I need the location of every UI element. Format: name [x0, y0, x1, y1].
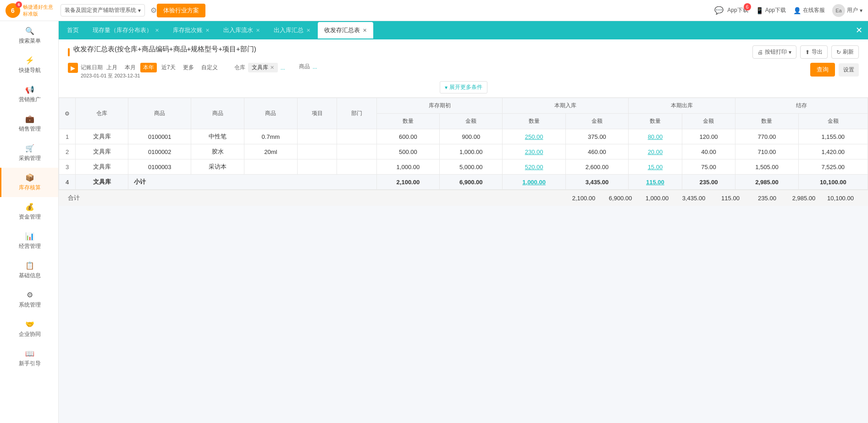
date-btn-this-year[interactable]: 本年 [140, 63, 157, 72]
export-button[interactable]: ⬆ 导出 [800, 45, 828, 59]
tab-close-inout-flow[interactable]: ✕ [256, 27, 260, 33]
total-bar: 合计 2,100.00 6,900.00 1,000.00 3,435.00 1… [59, 190, 868, 206]
sidebar-item-purchase[interactable]: 🛒 采购管理 [0, 138, 58, 168]
row2-opening-amt: 1,000.00 [440, 144, 503, 159]
table-row: 2 文具库 0100002 胶水 20ml 500.00 1,000.00 [59, 144, 868, 159]
col-goods-spec-header: 商品 [244, 98, 298, 129]
base-icon: 📋 [25, 261, 34, 270]
col-balance-amt-header: 金额 [798, 114, 868, 129]
row2-in-amt: 460.00 [565, 144, 628, 159]
print-button[interactable]: 🖨 按钮打印 ▾ [752, 45, 796, 59]
subtotal-out-qty[interactable]: 115.00 [629, 175, 682, 190]
phone-icon: 📱 [756, 7, 763, 14]
tab-inout-summary[interactable]: 出入库汇总 ✕ [267, 22, 317, 38]
row1-warehouse: 文具库 [76, 129, 128, 144]
sidebar-item-system[interactable]: ⚙ 系统管理 [0, 285, 58, 314]
sidebar-item-marketing[interactable]: 📢 营销推广 [0, 80, 58, 109]
sidebar: 🔍 搜索菜单 ⚡ 快捷导航 📢 营销推广 💼 销售管理 🛒 采购管理 📦 [0, 21, 59, 423]
search-icon: 🔍 [25, 27, 34, 35]
subtotal-balance-amt: 10,100.00 [798, 175, 868, 190]
date-btn-more[interactable]: 更多 [180, 63, 197, 72]
date-btn-last-month[interactable]: 上月 [104, 63, 120, 72]
sidebar-item-sales[interactable]: 💼 销售管理 [0, 109, 58, 138]
query-button[interactable]: 查询 [810, 63, 835, 77]
row2-out-qty[interactable]: 20.00 [629, 144, 682, 159]
table-row: 3 文具库 0100003 采访本 1,000.00 5,000.00 [59, 159, 868, 175]
tab-bar-close[interactable]: ✕ [852, 25, 866, 35]
date-btn-custom[interactable]: 自定义 [199, 63, 221, 72]
warehouse-tag-close[interactable]: ✕ [270, 65, 274, 71]
table-container: ⚙ 仓库 商品 商品 商品 项目 部门 库存期初 本期入库 本期出库 [59, 98, 868, 190]
page-header: 收发存汇总表(按仓库+商品编码+商品+规格型号+项目+部门) 🖨 按钮打印 ▾ … [59, 39, 868, 98]
subtotal-in-qty[interactable]: 1,000.00 [503, 175, 565, 190]
filter-date-section: 记账日期 上月 本月 本年 近7天 更多 自定义 [81, 63, 221, 79]
settings-gear[interactable]: ⚙ [150, 6, 157, 15]
tab-inout-flow[interactable]: 出入库流水 ✕ [217, 22, 266, 38]
total-out-amt: 235.00 [749, 195, 785, 202]
goods-filter: 商品 ... [299, 63, 317, 71]
row1-out-qty[interactable]: 80.00 [629, 129, 682, 144]
sys-selector[interactable]: 装备及固定资产辅助管理系统 ▾ [61, 4, 145, 16]
expand-more-conditions[interactable]: ▾ 展开更多条件 [440, 81, 487, 93]
goods-more-btn[interactable]: ... [313, 64, 317, 70]
sidebar-item-finance[interactable]: 💰 资金管理 [0, 197, 58, 226]
filter-toggle-button[interactable]: ▶ [68, 63, 78, 73]
purchase-icon: 🛒 [25, 144, 34, 153]
app-download-item[interactable]: 📱 App下载 [756, 6, 786, 14]
row3-out-qty[interactable]: 15.00 [629, 159, 682, 175]
refresh-button[interactable]: ↻ 刷新 [831, 45, 859, 59]
row3-project [298, 159, 337, 175]
sidebar-item-quick[interactable]: ⚡ 快捷导航 [0, 50, 58, 80]
row2-warehouse: 文具库 [76, 144, 128, 159]
col-settings-header[interactable]: ⚙ [59, 98, 76, 129]
warehouse-more-btn[interactable]: ... [281, 65, 285, 71]
tab-stock-dist[interactable]: 现存量（库存分布表） ✕ [86, 22, 166, 38]
tab-recv-send[interactable]: 收发存汇总表 ✕ [318, 22, 373, 38]
row3-balance-qty: 1,505.00 [735, 159, 798, 175]
user-item[interactable]: Ea 用户 ▾ [832, 4, 862, 17]
sidebar-item-operations[interactable]: 📊 经营管理 [0, 226, 58, 256]
row3-in-qty[interactable]: 520.00 [503, 159, 565, 175]
col-opening-header: 库存期初 [376, 98, 503, 114]
tab-batch[interactable]: 库存批次账 ✕ [166, 22, 216, 38]
tab-close-stock-dist[interactable]: ✕ [155, 27, 159, 33]
operations-icon: 📊 [25, 232, 34, 241]
quick-icon: ⚡ [25, 56, 34, 65]
sidebar-item-search[interactable]: 🔍 搜索菜单 [0, 21, 58, 50]
row2-out-amt: 40.00 [682, 144, 735, 159]
online-service-item[interactable]: 👤 在线客服 [793, 6, 825, 14]
row1-opening-qty: 600.00 [376, 129, 439, 144]
tab-close-inout-summary[interactable]: ✕ [306, 27, 310, 33]
try-industry-button[interactable]: 体验行业方案 [157, 4, 205, 17]
tab-home[interactable]: 首页 [61, 22, 85, 38]
sidebar-item-enterprise[interactable]: 🤝 企业协同 [0, 314, 58, 344]
subtotal-out-amt: 235.00 [682, 175, 735, 190]
col-project-header: 项目 [298, 98, 337, 129]
tab-close-batch[interactable]: ✕ [205, 27, 210, 33]
sidebar-item-inventory[interactable]: 📦 库存核算 [0, 168, 58, 197]
settings-button[interactable]: 设置 [839, 63, 859, 77]
date-btn-7days[interactable]: 近7天 [159, 63, 178, 72]
app-logo: 6 6 畅捷通好生意 标准版 [6, 3, 53, 18]
row3-balance-amt: 7,525.00 [798, 159, 868, 175]
notification-item[interactable]: 💬 App下载 6 [714, 6, 748, 15]
inventory-icon: 📦 [25, 173, 34, 182]
total-out-qty: 115.00 [712, 195, 749, 202]
subtotal-balance-qty: 2,985.00 [735, 175, 798, 190]
notification-icon: 💬 [714, 6, 724, 15]
warehouse-tag-wenjuku: 文具库 ✕ [248, 63, 278, 72]
row1-balance-amt: 1,155.00 [798, 129, 868, 144]
sidebar-item-base[interactable]: 📋 基础信息 [0, 256, 58, 285]
main-content: 收发存汇总表(按仓库+商品编码+商品+规格型号+项目+部门) 🖨 按钮打印 ▾ … [59, 39, 868, 423]
row1-num: 1 [59, 129, 76, 144]
tab-close-recv-send[interactable]: ✕ [363, 27, 367, 33]
logo-badge: 6 [16, 1, 22, 8]
row2-num: 2 [59, 144, 76, 159]
row1-in-qty[interactable]: 250.00 [503, 129, 565, 144]
row1-in-amt: 375.00 [565, 129, 628, 144]
row2-in-qty[interactable]: 230.00 [503, 144, 565, 159]
date-btn-this-month[interactable]: 本月 [122, 63, 138, 72]
subtotal-opening-qty: 2,100.00 [376, 175, 439, 190]
row2-dept [337, 144, 376, 159]
sidebar-item-guide[interactable]: 📖 新手引导 [0, 344, 58, 373]
